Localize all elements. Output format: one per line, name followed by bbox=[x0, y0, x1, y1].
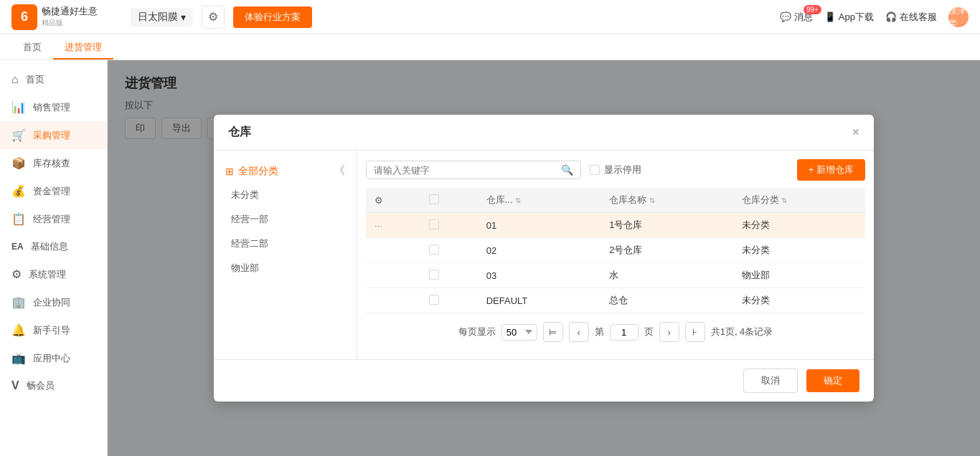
nav-tabs: 首页 进货管理 bbox=[0, 34, 980, 60]
category-item-property[interactable]: 物业部 bbox=[214, 256, 357, 280]
sidebar-item-label: 企业协同 bbox=[33, 296, 70, 309]
download-icon: 📱 bbox=[824, 11, 836, 22]
table-row[interactable]: 02 2号仓库 未分类 bbox=[366, 238, 865, 263]
search-box: 🔍 bbox=[366, 161, 581, 179]
sort-category-icon: ⇅ bbox=[781, 196, 787, 204]
confirm-button[interactable]: 确定 bbox=[806, 369, 859, 392]
category-item-operations2[interactable]: 经营二部 bbox=[214, 232, 357, 256]
sidebar-item-appcenter[interactable]: 📺 应用中心 bbox=[0, 344, 107, 372]
sidebar-item-operation[interactable]: 📋 经营管理 bbox=[0, 205, 107, 233]
sidebar-item-member[interactable]: V 畅会员 bbox=[0, 372, 107, 399]
sidebar-item-label: 新手引导 bbox=[33, 324, 70, 337]
sidebar-item-label: 基础信息 bbox=[31, 240, 68, 253]
user-profile-button[interactable]: 徐泽华 bbox=[948, 7, 969, 27]
row-action bbox=[366, 263, 420, 288]
sidebar-item-basic[interactable]: EA 基础信息 bbox=[0, 233, 107, 260]
collapse-icon[interactable]: 《 bbox=[334, 163, 345, 179]
checkbox-icon[interactable] bbox=[429, 295, 439, 305]
cancel-button[interactable]: 取消 bbox=[743, 369, 798, 393]
sidebar-item-label: 销售管理 bbox=[33, 101, 70, 114]
sidebar-item-enterprise[interactable]: 🏢 企业协同 bbox=[0, 288, 107, 316]
row-name: 水 bbox=[600, 263, 732, 288]
category-item-operations1[interactable]: 经营一部 bbox=[214, 207, 357, 232]
first-page-button[interactable]: ⊨ bbox=[543, 322, 563, 342]
purchase-icon: 🛒 bbox=[11, 128, 26, 142]
next-page-button[interactable]: › bbox=[659, 322, 679, 342]
warehouse-modal: 仓库 × ⊞ 全部分类 《 未分类 bbox=[214, 115, 874, 402]
logo-area: 6 畅捷通好生意 精品版 bbox=[11, 4, 119, 30]
row-name: 2号仓库 bbox=[600, 238, 732, 263]
all-categories-label: 全部分类 bbox=[238, 165, 278, 178]
per-page-label: 每页显示 bbox=[458, 326, 496, 338]
sidebar-item-label: 系统管理 bbox=[29, 268, 66, 281]
settings-icon[interactable]: ⚙ bbox=[202, 6, 225, 29]
sidebar-item-home[interactable]: ⌂ 首页 bbox=[0, 66, 107, 93]
dots-icon[interactable]: ··· bbox=[374, 220, 382, 231]
row-checkbox bbox=[420, 263, 478, 288]
col-code: 仓库... ⇅ bbox=[478, 188, 601, 213]
logo-icon: 6 bbox=[11, 4, 37, 30]
trial-button[interactable]: 体验行业方案 bbox=[233, 6, 312, 28]
table-row[interactable]: 03 水 物业部 bbox=[366, 263, 865, 288]
checkbox-icon[interactable] bbox=[429, 219, 439, 229]
bell-icon: 💬 bbox=[780, 11, 791, 22]
total-pages: 共1页, 4条记录 bbox=[711, 326, 773, 338]
tab-purchase[interactable]: 进货管理 bbox=[53, 37, 113, 60]
row-category: 未分类 bbox=[733, 288, 865, 313]
notifications-button[interactable]: 💬 消息 99+ bbox=[780, 11, 813, 24]
grid-icon: ⊞ bbox=[225, 166, 234, 177]
close-icon[interactable]: × bbox=[852, 125, 859, 140]
search-input[interactable] bbox=[374, 165, 561, 176]
sidebar-item-finance[interactable]: 💰 资金管理 bbox=[0, 177, 107, 205]
sort-code-icon: ⇅ bbox=[515, 196, 521, 204]
appcenter-icon: 📺 bbox=[11, 351, 26, 365]
checkbox-icon[interactable] bbox=[429, 244, 439, 255]
show-disabled-checkbox[interactable]: 显示停用 bbox=[590, 163, 641, 176]
app-download-button[interactable]: 📱 App下载 bbox=[824, 11, 874, 24]
table-row[interactable]: DEFAULT 总仓 未分类 bbox=[366, 288, 865, 313]
page-label: 第 bbox=[595, 326, 604, 338]
row-num: 01 bbox=[478, 213, 601, 238]
row-category: 未分类 bbox=[733, 238, 865, 263]
sidebar-item-sales[interactable]: 📊 销售管理 bbox=[0, 93, 107, 121]
online-service-button[interactable]: 🎧 在线客服 bbox=[885, 11, 937, 24]
basic-icon: EA bbox=[11, 242, 24, 252]
tab-home[interactable]: 首页 bbox=[11, 37, 53, 60]
sidebar: ⌂ 首页 📊 销售管理 🛒 采购管理 📦 库存核查 💰 资金管理 📋 经营管理 … bbox=[0, 60, 108, 456]
page-input[interactable] bbox=[610, 324, 639, 341]
header-checkbox[interactable] bbox=[429, 194, 439, 204]
row-checkbox bbox=[420, 288, 478, 313]
col-category: 仓库分类 ⇅ bbox=[733, 188, 865, 213]
table-header-row: ⚙ 仓库... ⇅ 仓库名称 ⇅ bbox=[366, 188, 865, 213]
table-toolbar: 🔍 显示停用 + 新增仓库 bbox=[366, 159, 865, 181]
operation-icon: 📋 bbox=[11, 212, 26, 226]
prev-page-button[interactable]: ‹ bbox=[569, 322, 589, 342]
row-num: 02 bbox=[478, 238, 601, 263]
category-item-unclassified[interactable]: 未分类 bbox=[214, 183, 357, 207]
modal-footer: 取消 确定 bbox=[214, 359, 874, 402]
sidebar-item-guide[interactable]: 🔔 新手引导 bbox=[0, 316, 107, 344]
row-category: 物业部 bbox=[733, 263, 865, 288]
sort-name-icon: ⇅ bbox=[649, 196, 655, 204]
avatar: 徐泽华 bbox=[948, 7, 969, 27]
store-selector[interactable]: 日太阳膜 ▾ bbox=[131, 8, 193, 27]
all-categories-button[interactable]: ⊞ 全部分类 bbox=[225, 165, 278, 178]
sidebar-item-purchase[interactable]: 🛒 采购管理 bbox=[0, 121, 107, 149]
system-icon: ⚙ bbox=[11, 267, 22, 281]
last-page-button[interactable]: ⊦ bbox=[685, 322, 705, 342]
search-icon: 🔍 bbox=[561, 164, 573, 176]
per-page-select[interactable]: 50 10 20 100 bbox=[501, 324, 537, 341]
add-warehouse-button[interactable]: + 新增仓库 bbox=[797, 159, 865, 181]
finance-icon: 💰 bbox=[11, 184, 26, 198]
member-icon: V bbox=[11, 379, 19, 392]
enterprise-icon: 🏢 bbox=[11, 295, 26, 309]
logo-text: 畅捷通好生意 bbox=[42, 6, 98, 18]
warehouse-table: ⚙ 仓库... ⇅ 仓库名称 ⇅ bbox=[366, 188, 865, 313]
header-center: 日太阳膜 ▾ ⚙ 体验行业方案 bbox=[119, 6, 780, 29]
sidebar-item-system[interactable]: ⚙ 系统管理 bbox=[0, 260, 107, 288]
table-row[interactable]: ··· 01 1号仓库 未分类 bbox=[366, 213, 865, 238]
sidebar-item-inventory[interactable]: 📦 库存核查 bbox=[0, 149, 107, 177]
chevron-down-icon: ▾ bbox=[181, 11, 186, 23]
checkbox-icon[interactable] bbox=[429, 270, 439, 280]
row-num: DEFAULT bbox=[478, 288, 601, 313]
